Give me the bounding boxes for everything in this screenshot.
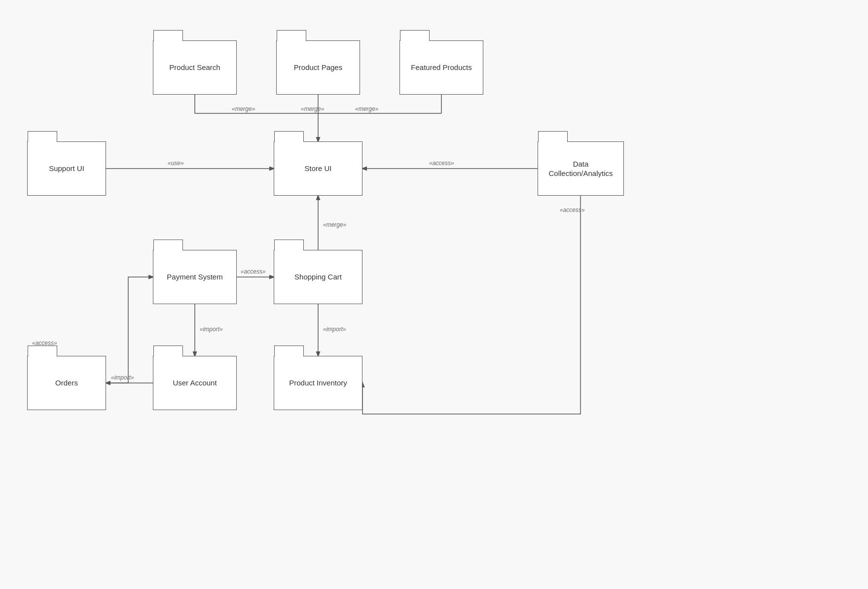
user-account-tab: [153, 346, 183, 356]
product-pages-node: Product Pages: [276, 40, 360, 95]
import-label-pi: «import»: [323, 326, 346, 333]
payment-system-tab: [153, 240, 183, 250]
merge-label-pp: «merge»: [301, 105, 325, 112]
shopping-cart-label: Shopping Cart: [274, 250, 362, 304]
shopping-cart-node: Shopping Cart: [274, 250, 362, 304]
orders-label: Orders: [28, 356, 106, 410]
store-ui-node: Store UI: [274, 141, 362, 196]
access-label-dc: «access»: [429, 160, 454, 167]
orders-node: Orders: [27, 356, 106, 410]
import-label-orders: «import»: [111, 374, 134, 381]
product-inventory-node: Product Inventory: [274, 356, 362, 410]
store-ui-tab: [274, 131, 304, 142]
merge-label-fp: «merge»: [355, 105, 379, 112]
import-label-ua: «import»: [200, 326, 223, 333]
data-collection-tab: [538, 131, 568, 142]
product-inventory-tab: [274, 346, 304, 356]
support-ui-node: Support UI: [27, 141, 106, 196]
payment-system-label: Payment System: [153, 250, 236, 304]
data-collection-label: DataCollection/Analytics: [538, 142, 623, 195]
store-ui-label: Store UI: [274, 142, 362, 195]
product-pages-tab: [277, 30, 306, 41]
product-search-label: Product Search: [153, 41, 236, 94]
merge-label-ps: «merge»: [232, 105, 255, 112]
support-ui-label: Support UI: [28, 142, 106, 195]
diagram-container: «merge» «merge» «merge» «use» «access» «…: [0, 0, 868, 589]
product-search-tab: [153, 30, 183, 41]
orders-tab: [28, 346, 57, 356]
featured-products-node: Featured Products: [399, 40, 483, 95]
shopping-cart-tab: [274, 240, 304, 250]
access-label-pay: «access»: [241, 268, 266, 275]
use-label: «use»: [168, 160, 184, 167]
access-label-dc-bottom: «access»: [560, 207, 585, 213]
user-account-node: User Account: [153, 356, 237, 410]
product-inventory-label: Product Inventory: [274, 356, 362, 410]
user-account-label: User Account: [153, 356, 236, 410]
support-ui-tab: [28, 131, 57, 142]
data-collection-node: DataCollection/Analytics: [538, 141, 624, 196]
featured-products-tab: [400, 30, 430, 41]
payment-system-node: Payment System: [153, 250, 237, 304]
merge-label-sc: «merge»: [323, 221, 347, 228]
product-search-node: Product Search: [153, 40, 237, 95]
product-pages-label: Product Pages: [277, 41, 360, 94]
featured-products-label: Featured Products: [400, 41, 483, 94]
